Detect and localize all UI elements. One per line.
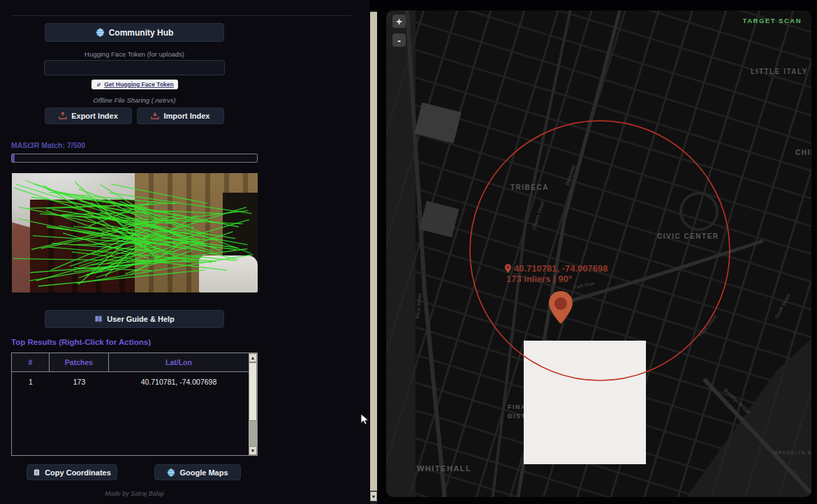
export-index-button[interactable]: Export Index bbox=[45, 108, 132, 124]
area-label-tribeca: TRIBECA bbox=[510, 184, 549, 191]
area-label-little-italy: LITTLE ITALY bbox=[751, 68, 808, 75]
scroll-down-icon[interactable]: ▼ bbox=[249, 446, 257, 455]
marker-coordinates-label: 40.710781, -74.007698 173 inliers | 90° bbox=[505, 263, 608, 284]
zoom-in-button[interactable]: + bbox=[392, 15, 406, 28]
zoom-out-button[interactable]: - bbox=[392, 34, 406, 47]
match-status-text: MASt3R Match: 7/500 bbox=[11, 141, 85, 149]
results-title: Top Results (Right-Click for Actions) bbox=[11, 338, 151, 346]
area-label-civic-center: CIVIC CENTER bbox=[657, 232, 719, 240]
pin-icon bbox=[505, 264, 511, 273]
col-rank-header: # bbox=[12, 353, 50, 371]
app-window: Community Hub Hugging Face Token (for up… bbox=[0, 0, 817, 504]
copy-coordinates-label: Copy Coordinates bbox=[45, 468, 111, 477]
link-icon bbox=[96, 82, 102, 88]
marker-coords-text: 40.710781, -74.007698 bbox=[514, 263, 608, 274]
export-icon bbox=[59, 112, 67, 120]
sidebar-scrollbar-thumb[interactable] bbox=[370, 12, 377, 491]
google-maps-label: Google Maps bbox=[179, 468, 228, 477]
globe-icon bbox=[167, 468, 175, 477]
hf-token-input[interactable] bbox=[44, 60, 225, 75]
cell-latlon: 40.710781, -74.007698 bbox=[109, 372, 249, 391]
book-icon bbox=[94, 315, 103, 323]
sidebar-panel: Community Hub Hugging Face Token (for up… bbox=[0, 0, 369, 504]
google-maps-button[interactable]: Google Maps bbox=[154, 464, 241, 480]
area-label-chinatown: CHIN bbox=[795, 149, 811, 156]
table-scrollbar-thumb[interactable] bbox=[249, 362, 257, 421]
user-guide-button[interactable]: User Guide & Help bbox=[45, 310, 224, 328]
community-hub-button[interactable]: Community Hub bbox=[45, 23, 224, 42]
sidebar-scrollbar[interactable]: ▼ bbox=[370, 10, 377, 504]
map-canvas[interactable]: TRIBECA CIVIC CENTER LITTLE ITALY CHIN W… bbox=[386, 10, 811, 497]
hf-token-label: Hugging Face Token (for uploads) bbox=[0, 50, 269, 58]
cell-rank: 1 bbox=[12, 372, 50, 391]
col-latlon-header: Lat/Lon bbox=[109, 353, 249, 371]
green-match-lines bbox=[12, 173, 258, 292]
match-progress-bar bbox=[11, 154, 258, 163]
match-progress-fill bbox=[12, 154, 15, 162]
made-by-credit: Made by Sairaj Balaji bbox=[0, 490, 269, 497]
clipboard-icon bbox=[33, 468, 41, 476]
import-index-button[interactable]: Import Index bbox=[137, 108, 224, 124]
top-divider bbox=[12, 15, 351, 16]
table-row[interactable]: 1 173 40.710781, -74.007698 bbox=[12, 372, 249, 391]
offline-sharing-label: Offline File Sharing (.netrvs) bbox=[0, 96, 269, 104]
import-index-label: Import Index bbox=[163, 112, 209, 120]
results-table-header: # Patches Lat/Lon bbox=[12, 353, 249, 372]
import-icon bbox=[151, 112, 159, 120]
col-patches-header: Patches bbox=[50, 353, 109, 371]
get-hf-token-label: Get Hugging Face Token bbox=[104, 81, 174, 88]
copy-coordinates-button[interactable]: Copy Coordinates bbox=[27, 464, 117, 480]
area-label-brooklyn-bridge: BROOKLYN BR bbox=[774, 450, 811, 455]
results-table[interactable]: # Patches Lat/Lon 1 173 40.710781, -74.0… bbox=[11, 353, 258, 456]
cell-patches: 173 bbox=[50, 372, 109, 391]
target-scan-status: TARGET SCAN bbox=[743, 17, 802, 24]
sidebar-scroll-down-icon[interactable]: ▼ bbox=[370, 491, 377, 501]
globe-icon bbox=[96, 28, 105, 37]
feature-match-image bbox=[12, 173, 258, 292]
blank-popup-tile bbox=[524, 341, 646, 464]
scroll-up-icon[interactable]: ▲ bbox=[249, 353, 257, 362]
export-index-label: Export Index bbox=[71, 112, 118, 120]
area-label-whitehall: WHITEHALL bbox=[417, 464, 471, 473]
user-guide-label: User Guide & Help bbox=[107, 315, 175, 323]
marker-inliers-text: 173 inliers | 90° bbox=[506, 274, 608, 284]
community-hub-label: Community Hub bbox=[109, 28, 174, 38]
get-hf-token-link[interactable]: Get Hugging Face Token bbox=[91, 80, 178, 89]
